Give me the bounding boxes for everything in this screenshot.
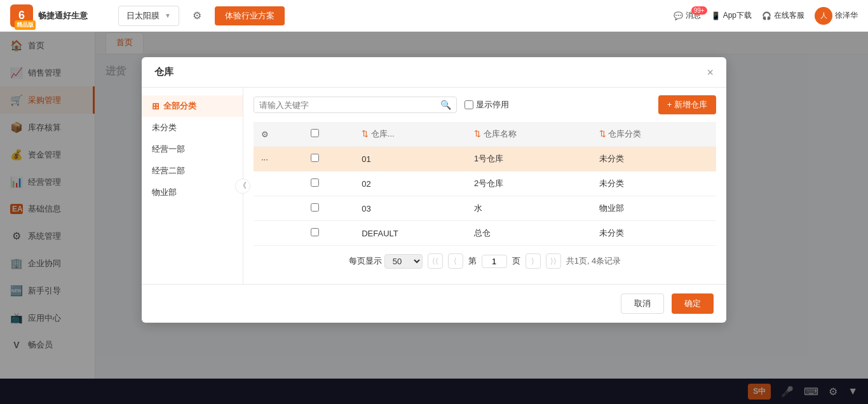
page-label: 第 <box>468 255 477 267</box>
category-property[interactable]: 物业部 <box>142 182 243 203</box>
sort-category-icon: ⇅ <box>599 129 606 138</box>
table-header-row: ⚙ ⇅ 仓库... ⇅ 仓库名称 <box>254 122 716 147</box>
online-service-button[interactable]: 🎧 在线客服 <box>762 10 804 21</box>
modal-header: 仓库 × <box>142 57 726 88</box>
row-checkbox[interactable] <box>311 228 319 236</box>
total-info: 共1页, 4条记录 <box>566 255 621 267</box>
row-code: 02 <box>354 172 466 196</box>
show-disabled-toggle[interactable]: 显示停用 <box>465 99 509 111</box>
modal-close-button[interactable]: × <box>707 67 714 78</box>
row-checkbox-cell <box>303 147 354 172</box>
row-more-icon: ··· <box>261 154 268 164</box>
category-dept1-label: 经营一部 <box>152 144 185 155</box>
dropdown-arrow-icon: ▼ <box>165 12 171 19</box>
row-category: 未分类 <box>592 221 717 246</box>
brand-name: 畅捷通好生意 <box>38 11 88 21</box>
logo-icon: 6 精品版 <box>10 4 33 27</box>
add-warehouse-button[interactable]: + 新增仓库 <box>658 95 716 114</box>
user-profile-button[interactable]: 人 徐泽华 <box>815 7 858 25</box>
warehouse-modal: 仓库 × ⊞ 全部分类 未分类 <box>142 57 726 323</box>
avatar: 人 <box>815 7 832 25</box>
row-checkbox-cell <box>303 196 354 221</box>
row-actions[interactable]: ··· <box>254 147 303 172</box>
category-panel: ⊞ 全部分类 未分类 经营一部 经营二部 物业部 <box>142 88 243 284</box>
modal-overlay: 仓库 × ⊞ 全部分类 未分类 <box>95 32 868 404</box>
headset-icon: 🎧 <box>762 11 771 20</box>
app-download-button[interactable]: 📱 App下载 <box>711 10 752 21</box>
messages-button[interactable]: 💬 消息 99+ <box>674 10 701 21</box>
category-uncategorized[interactable]: 未分类 <box>142 117 243 138</box>
row-code: 03 <box>354 196 466 221</box>
row-checkbox[interactable] <box>311 178 319 187</box>
company-selector[interactable]: 日太阳膜 ▼ <box>118 6 179 26</box>
table-row[interactable]: 02 2号仓库 未分类 <box>254 172 716 196</box>
table-container: ⚙ ⇅ 仓库... ⇅ 仓库名称 <box>254 122 716 246</box>
main-content: 首页 进货 仓库 × ⊞ <box>95 32 868 404</box>
row-name: 2号仓库 <box>466 172 591 196</box>
message-icon: 💬 <box>674 11 683 20</box>
trial-button[interactable]: 体验行业方案 <box>215 6 285 25</box>
row-name: 总仓 <box>466 221 591 246</box>
table-row[interactable]: 03 水 物业部 <box>254 196 716 221</box>
modal-footer: 取消 确定 <box>142 284 726 323</box>
confirm-button[interactable]: 确定 <box>672 293 714 314</box>
per-page-label: 每页显示 <box>349 255 382 267</box>
logo-area: 6 精品版 畅捷通好生意 <box>10 4 105 27</box>
gear-header-icon: ⚙ <box>261 130 269 139</box>
row-category: 未分类 <box>592 172 717 196</box>
per-page-select[interactable]: 50 100 200 <box>384 254 423 269</box>
category-dept2-label: 经营二部 <box>152 165 185 177</box>
page-suffix: 页 <box>512 255 520 267</box>
category-dept1[interactable]: 经营一部 <box>142 138 243 160</box>
row-category: 物业部 <box>592 196 717 221</box>
first-page-button[interactable]: ⟨⟨ <box>428 253 443 269</box>
row-checkbox[interactable] <box>311 154 319 162</box>
show-disabled-checkbox[interactable] <box>465 100 473 109</box>
row-checkbox[interactable] <box>311 203 319 212</box>
phone-icon: 📱 <box>711 11 721 20</box>
grid-icon: ⊞ <box>152 101 159 111</box>
search-icon: 🔍 <box>440 100 451 110</box>
row-actions[interactable] <box>254 196 303 221</box>
cancel-button[interactable]: 取消 <box>621 293 664 314</box>
messages-badge: 99+ <box>691 6 707 15</box>
modal-body: ⊞ 全部分类 未分类 经营一部 经营二部 物业部 <box>142 88 726 284</box>
row-checkbox-cell <box>303 172 354 196</box>
category-uncategorized-label: 未分类 <box>152 122 177 133</box>
row-category: 未分类 <box>592 147 717 172</box>
row-code: 01 <box>354 147 466 172</box>
table-row[interactable]: ··· 01 1号仓库 未分类 <box>254 147 716 172</box>
col-name: ⇅ 仓库名称 <box>466 122 591 147</box>
header-right: 💬 消息 99+ 📱 App下载 🎧 在线客服 人 徐泽华 <box>674 7 858 25</box>
category-dept2[interactable]: 经营二部 <box>142 160 243 182</box>
prev-page-button[interactable]: ⟨ <box>448 253 463 269</box>
warehouse-table: ⚙ ⇅ 仓库... ⇅ 仓库名称 <box>254 122 716 246</box>
settings-button[interactable]: ⚙ <box>187 6 207 26</box>
row-actions[interactable] <box>254 172 303 196</box>
next-page-button[interactable]: ⟩ <box>526 253 541 269</box>
last-page-button[interactable]: ⟩⟩ <box>546 253 561 269</box>
collapse-panel-button[interactable]: 《 <box>235 178 250 194</box>
main-layout: 🏠 首页 📈 销售管理 🛒 采购管理 📦 库存核算 💰 资金管理 📊 经营管理 … <box>0 0 868 404</box>
modal-title: 仓库 <box>154 66 173 78</box>
category-property-label: 物业部 <box>152 187 177 198</box>
col-gear: ⚙ <box>254 122 303 147</box>
search-field[interactable]: 🔍 <box>254 97 457 113</box>
row-name: 1号仓库 <box>466 147 591 172</box>
search-input[interactable] <box>259 100 440 110</box>
row-name: 水 <box>466 196 591 221</box>
category-all-label: 全部分类 <box>163 100 196 112</box>
table-panel: 🔍 显示停用 + 新增仓库 <box>243 88 726 284</box>
table-row[interactable]: DEFAULT 总仓 未分类 <box>254 221 716 246</box>
category-all[interactable]: ⊞ 全部分类 <box>142 95 243 117</box>
pagination: 每页显示 50 100 200 ⟨⟨ ⟨ 第 页 <box>254 246 716 276</box>
col-checkbox <box>303 122 354 147</box>
page-input[interactable] <box>482 255 507 268</box>
table-toolbar: 🔍 显示停用 + 新增仓库 <box>254 95 716 114</box>
table-body: ··· 01 1号仓库 未分类 02 <box>254 147 716 246</box>
col-code: ⇅ 仓库... <box>354 122 466 147</box>
select-all-checkbox[interactable] <box>311 129 319 137</box>
row-checkbox-cell <box>303 221 354 246</box>
logo-badge: 精品版 <box>15 20 36 30</box>
row-actions[interactable] <box>254 221 303 246</box>
